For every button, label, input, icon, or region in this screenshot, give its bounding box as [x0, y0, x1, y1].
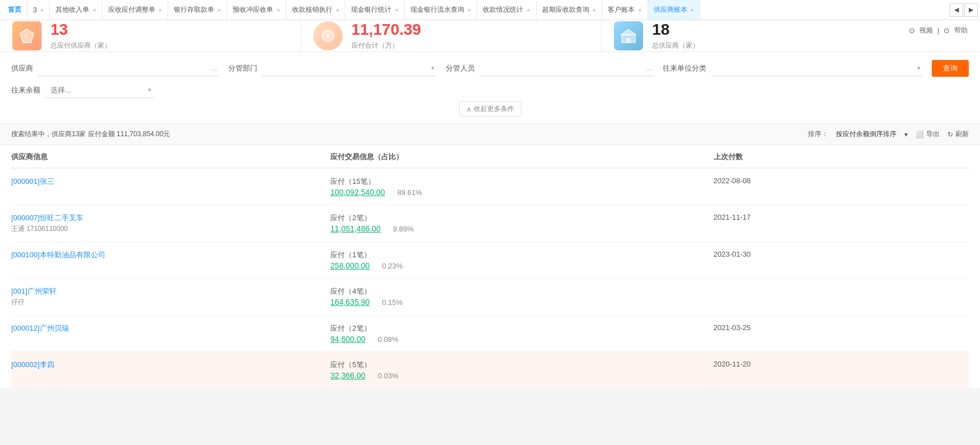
supplier-cell-5: [000002]李四	[11, 360, 330, 370]
transaction-percent-3: 0.15%	[382, 298, 403, 307]
person-filter-label: 分管人员	[446, 63, 475, 73]
tab-3-label: 3	[33, 6, 37, 14]
circle-icon: ⊙	[909, 26, 915, 35]
refresh-button[interactable]: ↻ 刷新	[947, 129, 969, 139]
supplier-link-4[interactable]: [000012]广州贝瑞	[11, 324, 69, 332]
close-other-income[interactable]: ×	[93, 7, 96, 13]
transaction-amount-2[interactable]: 258,000.00	[330, 261, 369, 270]
supplier-more-icon[interactable]: ...	[211, 64, 217, 72]
nav-tab-home[interactable]: 首页	[2, 0, 27, 20]
nav-tab-advance[interactable]: 预收冲应收单 ×	[227, 0, 286, 20]
stat-icon-1	[11, 20, 43, 52]
transaction-amount-0[interactable]: 100,092,540.00	[330, 188, 385, 197]
supplier-link-2[interactable]: [000100]本特勤油品有限公司	[11, 251, 105, 259]
supplier-name-4: [000012]广州贝瑞	[11, 323, 330, 333]
balance-filter-label: 往来余额	[11, 85, 40, 95]
stat-text-3: 18 总供应商（家）	[652, 21, 699, 50]
results-summary: 搜索结果中，供应商13家 应付金额 111,703,854.00元	[11, 129, 170, 139]
department-dropdown-icon[interactable]: ▾	[431, 64, 434, 72]
last-payment-cell-0: 2022-08-08	[714, 177, 969, 185]
department-input[interactable]	[264, 62, 431, 75]
svg-marker-4	[621, 29, 636, 35]
sort-value[interactable]: 按应付余额倒序排序	[836, 129, 896, 139]
person-input[interactable]	[482, 62, 646, 75]
close-advance[interactable]: ×	[276, 7, 280, 13]
supplier-link-5[interactable]: [000002]李四	[11, 360, 54, 369]
filter-item-person: 分管人员 ...	[446, 61, 654, 76]
filter-area: 供应商 ... 分管部门 ▾ 分管人员 ... 往来单位分类	[0, 52, 980, 124]
help-link[interactable]: 帮助	[954, 26, 968, 35]
nav-tab-collection-stat[interactable]: 收款情况统计 ×	[477, 0, 536, 20]
collapse-label: 收起更多条件	[474, 104, 514, 114]
supplier-name-1: [000007]恒旺二手叉车	[11, 213, 330, 223]
supplier-account-label: 供应商账本	[654, 5, 687, 15]
transaction-cell-4: 应付（2笔） 94,600.00 0.08%	[330, 323, 713, 344]
advance-label: 预收冲应收单	[233, 5, 273, 15]
transaction-label-2: 应付（1笔）	[330, 250, 713, 260]
close-cash-bank-flow[interactable]: ×	[468, 7, 471, 13]
close-ap-adjust[interactable]: ×	[159, 7, 162, 13]
nav-tab-bank-deposit[interactable]: 银行存取款单 ×	[168, 0, 227, 20]
nav-tab-ap-adjust[interactable]: 应收应付调整单 ×	[103, 0, 168, 20]
filter-item-supplier: 供应商 ...	[11, 61, 219, 76]
nav-left-arrow[interactable]: ◀	[950, 3, 963, 17]
close-bank-deposit[interactable]: ×	[218, 7, 221, 13]
last-payment-cell-4: 2021-03-25	[714, 323, 969, 332]
category-input[interactable]	[713, 62, 917, 75]
person-input-wrapper: ...	[479, 61, 654, 76]
supplier-cell-4: [000012]广州贝瑞	[11, 323, 330, 333]
nav-tab-cash-bank-flow[interactable]: 现金银行流水查询 ×	[405, 0, 477, 20]
stat-card-amount: ¥ 11,170.39 应付合计（万）	[301, 20, 602, 52]
video-link[interactable]: 视频	[919, 26, 933, 35]
diamond-icon	[12, 21, 41, 50]
nav-tab-customer-account[interactable]: 客户账本 ×	[602, 0, 648, 20]
supplier-cell-2: [000100]本特勤油品有限公司	[11, 250, 330, 260]
collapse-up-icon: ∧	[466, 105, 471, 113]
cash-bank-flow-label: 现金银行流水查询	[410, 5, 464, 15]
nav-tab-3[interactable]: 3 ×	[27, 0, 50, 20]
sort-dropdown-icon[interactable]: ▾	[904, 131, 908, 138]
stat-icon-3	[613, 20, 644, 52]
refresh-label: 刷新	[955, 129, 969, 139]
category-dropdown-icon[interactable]: ▾	[917, 64, 921, 72]
close-cash-bank-stat[interactable]: ×	[395, 7, 398, 13]
table-row: [000001]张三 应付（15笔） 100,092,540.00 89.61%…	[11, 169, 969, 205]
transaction-row-1: 11,051,486.00 9.89%	[330, 224, 713, 233]
balance-dropdown-icon[interactable]: ▾	[148, 86, 151, 94]
close-overdue[interactable]: ×	[593, 7, 596, 13]
supplier-filter-label: 供应商	[11, 63, 33, 73]
nav-tab-cash-bank-stat[interactable]: 现金银行统计 ×	[345, 0, 404, 20]
transaction-amount-5[interactable]: 32,366.00	[330, 371, 365, 380]
search-button[interactable]: 查询	[932, 60, 969, 77]
close-receipt-check[interactable]: ×	[336, 7, 339, 13]
close-supplier-account[interactable]: ×	[691, 7, 694, 13]
close-tab-3[interactable]: ×	[40, 7, 44, 13]
person-more-icon[interactable]: ...	[646, 64, 651, 72]
top-right-links: ⊙ 视频 | ⊙ 帮助	[909, 26, 973, 35]
transaction-amount-1[interactable]: 11,051,486.00	[330, 224, 381, 233]
nav-tab-supplier-account[interactable]: 供应商账本 ×	[648, 0, 700, 20]
stat-icon-2: ¥	[312, 20, 344, 52]
supplier-link-0[interactable]: [000001]张三	[11, 177, 54, 186]
transaction-amount-3[interactable]: 164,635.90	[330, 298, 369, 307]
supplier-link-3[interactable]: [001]广州荣轩	[11, 287, 57, 295]
close-collection-stat[interactable]: ×	[526, 7, 530, 13]
filter-item-balance: 往来余额 ▾	[11, 82, 154, 98]
nav-tab-other-income[interactable]: 其他收入单 ×	[50, 0, 102, 20]
table-body: [000001]张三 应付（15笔） 100,092,540.00 89.61%…	[11, 169, 969, 388]
collapse-button[interactable]: ∧ 收起更多条件	[459, 101, 521, 117]
balance-input[interactable]	[47, 84, 148, 96]
nav-right-arrow[interactable]: ▶	[964, 3, 978, 17]
supplier-name-2: [000100]本特勤油品有限公司	[11, 250, 330, 260]
nav-tab-receipt-check[interactable]: 收款核销执行 ×	[286, 0, 345, 20]
last-payment-cell-1: 2021-11-17	[714, 213, 969, 221]
close-customer-account[interactable]: ×	[638, 7, 641, 13]
nav-tab-overdue[interactable]: 超期应收款查询 ×	[537, 0, 602, 20]
customer-account-label: 客户账本	[608, 5, 635, 15]
supplier-link-1[interactable]: [000007]恒旺二手叉车	[11, 214, 84, 222]
supplier-input[interactable]	[40, 62, 211, 75]
transaction-amount-4[interactable]: 94,600.00	[330, 335, 365, 344]
supplier-name-3: [001]广州荣轩	[11, 286, 330, 296]
export-button[interactable]: ⬜ 导出	[916, 129, 940, 139]
table-header: 供应商信息 应付交易信息（占比） 上次付数	[11, 145, 969, 169]
